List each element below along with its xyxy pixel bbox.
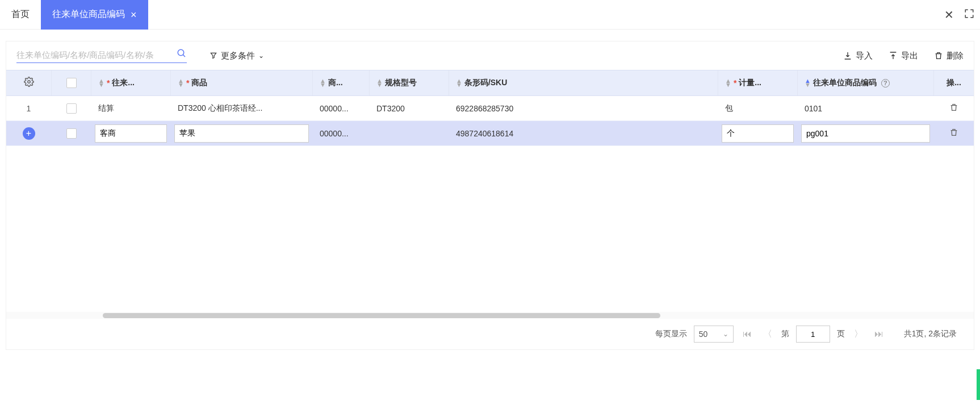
- cell-product[interactable]: [171, 121, 313, 145]
- search-input[interactable]: [16, 50, 177, 60]
- grid-body: 1 结算 DT3200 心相印茶语经... 00000... DT3200 69…: [6, 96, 974, 312]
- more-filter-button[interactable]: 更多条件 ⌄: [210, 51, 264, 61]
- column-spec[interactable]: ▲▼ 规格型号: [370, 70, 449, 95]
- import-button[interactable]: 导入: [843, 51, 873, 61]
- trash-icon[interactable]: [949, 103, 958, 114]
- tab-bar: 首页 往来单位商品编码 × ✕: [0, 0, 980, 30]
- filter-icon: [210, 52, 217, 60]
- required-indicator: *: [107, 78, 110, 87]
- sort-icon: ▲▼: [376, 79, 383, 87]
- tab-bar-actions: ✕: [944, 0, 974, 30]
- export-button[interactable]: 导出: [889, 51, 918, 61]
- delete-button[interactable]: 删除: [934, 51, 964, 61]
- tab-partner-product-code[interactable]: 往来单位商品编码 ×: [41, 0, 148, 30]
- svg-point-0: [178, 49, 184, 56]
- column-settings[interactable]: [6, 70, 52, 95]
- cell-unit[interactable]: [718, 121, 798, 145]
- per-page-label: 每页显示: [655, 329, 687, 339]
- svg-point-2: [27, 80, 30, 83]
- page-input[interactable]: [796, 326, 830, 343]
- help-icon[interactable]: ?: [881, 79, 890, 87]
- svg-line-1: [183, 55, 185, 57]
- header-product-code-label: 商...: [328, 78, 343, 88]
- add-row-button[interactable]: +: [23, 127, 35, 140]
- column-unit[interactable]: ▲▼ * 计量...: [718, 70, 798, 95]
- cell-product-code: 00000...: [313, 96, 370, 120]
- import-label: 导入: [856, 51, 873, 61]
- cell-ops: [934, 121, 974, 145]
- tab-home-label: 首页: [11, 9, 30, 20]
- page-suffix: 页: [837, 329, 845, 339]
- header-ops-label: 操...: [947, 78, 961, 88]
- row-add: +: [6, 121, 52, 145]
- close-icon[interactable]: ×: [131, 10, 137, 20]
- toolbar-right: 导入 导出 删除: [843, 51, 964, 61]
- more-filter-label: 更多条件: [221, 51, 255, 61]
- chevron-down-icon: ⌄: [723, 330, 728, 338]
- cell-unit[interactable]: 包: [718, 96, 798, 120]
- row-select[interactable]: [52, 121, 91, 145]
- horizontal-scrollbar[interactable]: [6, 312, 974, 319]
- required-indicator: *: [186, 78, 189, 87]
- checkbox-all[interactable]: [66, 78, 77, 88]
- pagination-summary: 共1页, 2条记录: [904, 329, 957, 339]
- chevron-down-icon: ⌄: [258, 52, 264, 60]
- sort-icon: ▲▼: [456, 79, 462, 87]
- table-row[interactable]: 1 结算 DT3200 心相印茶语经... 00000... DT3200 69…: [6, 96, 974, 121]
- search-icon[interactable]: [177, 48, 187, 61]
- column-barcode[interactable]: ▲▼ 条形码/SKU: [449, 70, 718, 95]
- cell-partner-product-code[interactable]: [798, 121, 934, 145]
- trash-icon[interactable]: [949, 128, 958, 139]
- sort-icon: ▲▼: [805, 79, 811, 87]
- column-product-code[interactable]: ▲▼ 商...: [313, 70, 370, 95]
- next-page-button[interactable]: 〉: [852, 328, 865, 340]
- cell-barcode: 4987240618614: [449, 121, 718, 145]
- page-prefix: 第: [781, 329, 789, 339]
- toolbar: 更多条件 ⌄ 导入 导出 删除: [6, 41, 974, 70]
- cell-product-code: 00000...: [313, 121, 370, 145]
- export-icon: [889, 51, 898, 60]
- last-page-button[interactable]: ⏭: [872, 329, 886, 339]
- cell-product[interactable]: DT3200 心相印茶语经...: [171, 96, 313, 120]
- tab-home[interactable]: 首页: [0, 0, 41, 30]
- scrollbar-thumb[interactable]: [103, 313, 660, 318]
- header-partner-label: 往来...: [112, 78, 135, 88]
- header-spec-label: 规格型号: [385, 78, 417, 88]
- data-grid: ▲▼ * 往来... ▲▼ * 商品 ▲▼ 商... ▲▼: [6, 70, 974, 312]
- row-number: 1: [6, 96, 52, 120]
- first-page-button[interactable]: ⏮: [740, 329, 754, 339]
- cell-spec: [370, 121, 449, 145]
- sort-icon: ▲▼: [725, 79, 731, 87]
- export-label: 导出: [901, 51, 918, 61]
- cell-barcode: 6922868285730: [449, 96, 718, 120]
- search-wrap: [16, 48, 187, 63]
- column-partner-product-code[interactable]: ▲▼ 往来单位商品编码 ?: [798, 70, 934, 95]
- ppc-input[interactable]: [801, 124, 930, 143]
- column-select-all[interactable]: [52, 70, 91, 95]
- partner-input[interactable]: [95, 124, 167, 143]
- tab-active-label: 往来单位商品编码: [52, 9, 125, 20]
- column-partner[interactable]: ▲▼ * 往来...: [91, 70, 171, 95]
- table-row[interactable]: + 00000... 4987240618614: [6, 121, 974, 146]
- column-product[interactable]: ▲▼ * 商品: [171, 70, 313, 95]
- page-size-select[interactable]: 50 ⌄: [694, 326, 734, 343]
- cell-partner[interactable]: 结算: [91, 96, 171, 120]
- column-ops: 操...: [934, 70, 974, 95]
- delete-label: 删除: [947, 51, 964, 61]
- page-size-value: 50: [699, 330, 708, 339]
- trash-icon: [934, 51, 943, 60]
- pagination: 每页显示 50 ⌄ ⏮ 〈 第 页 〉 ⏭ 共1页, 2条记录: [6, 319, 974, 350]
- row-select[interactable]: [52, 96, 91, 120]
- unit-input[interactable]: [722, 124, 794, 143]
- cell-partner[interactable]: [91, 121, 171, 145]
- grid-header: ▲▼ * 往来... ▲▼ * 商品 ▲▼ 商... ▲▼: [6, 70, 974, 96]
- cell-partner-product-code[interactable]: 0101: [798, 96, 934, 120]
- checkbox[interactable]: [66, 128, 77, 139]
- fullscreen-icon[interactable]: [964, 9, 974, 22]
- close-all-icon[interactable]: ✕: [944, 8, 954, 22]
- prev-page-button[interactable]: 〈: [761, 328, 774, 340]
- sort-icon: ▲▼: [178, 79, 184, 87]
- checkbox[interactable]: [66, 103, 77, 114]
- main-panel: 更多条件 ⌄ 导入 导出 删除: [6, 41, 974, 319]
- product-input[interactable]: [174, 124, 309, 143]
